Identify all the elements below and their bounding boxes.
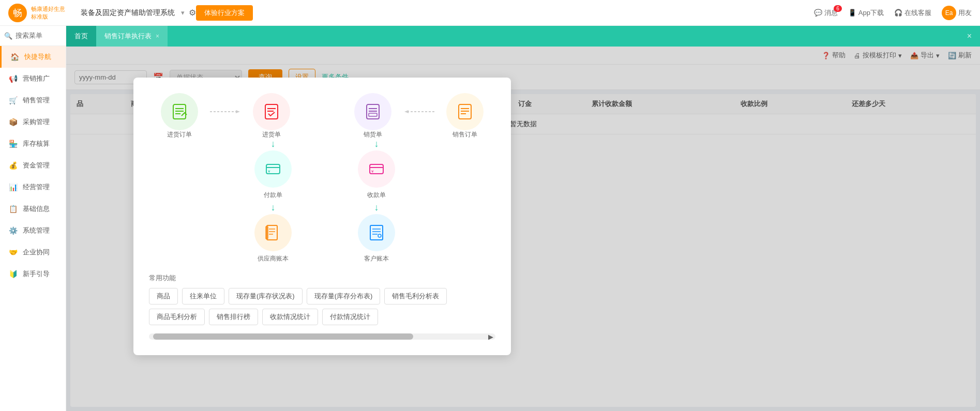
purchase-order-col: 进货订单 bbox=[149, 93, 210, 139]
sidebar-item-purchase[interactable]: 📦采购管理 bbox=[0, 111, 66, 133]
purchase-order-icon[interactable] bbox=[161, 93, 198, 130]
modal-scrollbar[interactable]: ▶ bbox=[149, 333, 495, 340]
basic-info-icon: 📋 bbox=[8, 204, 18, 214]
logo-text: 畅康通好生意 标准版 bbox=[31, 5, 65, 20]
sales-label: 销售管理 bbox=[23, 96, 50, 105]
search-icon: 🔍 bbox=[4, 32, 12, 40]
app-download-label: App下载 bbox=[858, 8, 884, 18]
sales-order-icon[interactable] bbox=[446, 93, 484, 130]
app-download-button[interactable]: 📱 App下载 bbox=[848, 8, 884, 18]
sidebar-item-sales[interactable]: 🛒销售管理 bbox=[0, 89, 66, 111]
svg-marker-14 bbox=[404, 110, 409, 113]
marketing-label: 营销推广 bbox=[23, 74, 50, 83]
func-btn-商品[interactable]: 商品 bbox=[149, 288, 178, 305]
main-area: 🔍 搜索菜单 🏠快捷导航📢营销推广🛒销售管理📦采购管理🏪库存核算💰资金管理📊经营… bbox=[0, 26, 980, 411]
content-main: ❓ 帮助 🖨 按模板打印 ▾ 📤 导出 ▾ 🔄 bbox=[66, 47, 980, 411]
message-button[interactable]: 💬 消息 6 bbox=[814, 8, 838, 18]
inventory-label: 库存核算 bbox=[23, 139, 50, 148]
sales-order-label: 销售订单 bbox=[453, 130, 477, 139]
arrow-2 bbox=[403, 109, 434, 115]
sales-receipt-icon[interactable] bbox=[354, 93, 391, 130]
sidebar-nav: 🏠快捷导航📢营销推广🛒销售管理📦采购管理🏪库存核算💰资金管理📊经营管理📋基础信息… bbox=[0, 46, 66, 285]
scroll-right-btn[interactable]: ▶ bbox=[488, 333, 493, 340]
user-avatar: Ea bbox=[942, 6, 956, 20]
tab-sales-label: 销售订单执行表 bbox=[104, 32, 152, 41]
inventory-icon: 🏪 bbox=[8, 139, 18, 148]
close-all-tabs[interactable]: × bbox=[959, 32, 980, 41]
quick-nav-icon: 🏠 bbox=[10, 52, 19, 62]
newbie-icon: 🔰 bbox=[8, 269, 18, 279]
func-btn-付款情况统计[interactable]: 付款情况统计 bbox=[322, 309, 378, 325]
svg-text:¥: ¥ bbox=[267, 169, 270, 174]
purchase-label: 采购管理 bbox=[23, 117, 50, 127]
down-arrow-payment: ↓ bbox=[271, 203, 276, 212]
sidebar: 🔍 搜索菜单 🏠快捷导航📢营销推广🛒销售管理📦采购管理🏪库存核算💰资金管理📊经营… bbox=[0, 26, 66, 411]
system-title: 装备及固定资产辅助管理系统 bbox=[81, 8, 175, 18]
sidebar-item-enterprise[interactable]: 🤝企业协同 bbox=[0, 241, 66, 263]
modal-overlay[interactable]: 进货订单 bbox=[66, 47, 980, 411]
func-buttons: 商品往来单位现存量(库存状况表)现存量(库存分布表)销售毛利分析表商品毛利分析销… bbox=[149, 288, 495, 325]
purchase-order-label: 进货订单 bbox=[167, 130, 192, 139]
tab-sales-exec[interactable]: 销售订单执行表 × bbox=[96, 26, 168, 47]
svg-marker-5 bbox=[236, 110, 240, 113]
common-funcs-title: 常用功能 bbox=[149, 273, 495, 283]
content-area: 首页 销售订单执行表 × × ❓ 帮助 🖨 bbox=[66, 26, 980, 411]
func-btn-现存量(库存状况表)[interactable]: 现存量(库存状况表) bbox=[229, 288, 303, 305]
system-icon: ⚙️ bbox=[8, 226, 18, 235]
quick-nav-label: 快捷导航 bbox=[24, 52, 51, 62]
down-arrow-receipt: ↓ bbox=[374, 203, 379, 212]
payment-icon[interactable]: ¥ bbox=[254, 150, 292, 188]
tab-close-icon[interactable]: × bbox=[156, 33, 159, 40]
settings-icon[interactable]: ⚙ bbox=[189, 8, 196, 18]
user-menu[interactable]: Ea 用友 bbox=[942, 6, 972, 20]
top-right-actions: 💬 消息 6 📱 App下载 🎧 在线客服 Ea 用友 bbox=[814, 6, 972, 20]
supplier-ledger-icon[interactable] bbox=[254, 214, 292, 251]
finance-label: 资金管理 bbox=[23, 161, 50, 170]
dropdown-icon[interactable]: ▾ bbox=[181, 9, 185, 17]
enterprise-label: 企业协同 bbox=[23, 248, 50, 257]
sidebar-item-marketing[interactable]: 📢营销推广 bbox=[0, 68, 66, 89]
logo-icon: 畅 bbox=[8, 4, 27, 22]
sales-receipt-col: 销货单 bbox=[342, 93, 403, 139]
newbie-label: 新手引导 bbox=[23, 269, 50, 279]
sidebar-item-operations[interactable]: 📊经营管理 bbox=[0, 176, 66, 198]
func-btn-销售排行榜[interactable]: 销售排行榜 bbox=[209, 309, 258, 325]
online-service-button[interactable]: 🎧 在线客服 bbox=[894, 8, 931, 18]
customer-ledger-label: 客户账本 bbox=[364, 254, 389, 263]
svg-rect-12 bbox=[369, 113, 377, 116]
user-label: 用友 bbox=[958, 8, 972, 18]
sidebar-item-finance[interactable]: 💰资金管理 bbox=[0, 155, 66, 176]
receipt-icon[interactable]: ¥ bbox=[358, 150, 395, 188]
sidebar-item-inventory[interactable]: 🏪库存核算 bbox=[0, 133, 66, 155]
operations-label: 经营管理 bbox=[23, 182, 50, 192]
sidebar-item-newbie[interactable]: 🔰新手引导 bbox=[0, 263, 66, 285]
system-label: 系统管理 bbox=[23, 226, 50, 235]
purchase-receipt-icon[interactable] bbox=[253, 93, 290, 130]
operations-icon: 📊 bbox=[8, 182, 18, 192]
enterprise-icon: 🤝 bbox=[8, 248, 18, 257]
tab-home[interactable]: 首页 bbox=[66, 26, 96, 47]
experience-button[interactable]: 体验行业方案 bbox=[196, 5, 253, 21]
down-arrow-2: ↓ bbox=[271, 139, 276, 148]
sidebar-item-basic-info[interactable]: 📋基础信息 bbox=[0, 198, 66, 220]
sidebar-item-system[interactable]: ⚙️系统管理 bbox=[0, 220, 66, 241]
customer-ledger-icon[interactable] bbox=[358, 214, 395, 251]
online-service-label: 在线客服 bbox=[904, 8, 931, 18]
search-label: 搜索菜单 bbox=[16, 31, 42, 40]
modal-box: 进货订单 bbox=[133, 78, 511, 355]
download-icon: 📱 bbox=[848, 9, 856, 17]
sales-receipt-label: 销货单 bbox=[364, 130, 382, 139]
sidebar-item-quick-nav[interactable]: 🏠快捷导航 bbox=[0, 46, 66, 68]
finance-icon: 💰 bbox=[8, 161, 18, 170]
col2-down: ↓ ¥ 付款单 ↓ bbox=[242, 139, 304, 263]
func-btn-往来单位[interactable]: 往来单位 bbox=[182, 288, 224, 305]
func-btn-销售毛利分析表[interactable]: 销售毛利分析表 bbox=[384, 288, 447, 305]
purchase-icon: 📦 bbox=[8, 117, 18, 127]
func-btn-收款情况统计[interactable]: 收款情况统计 bbox=[262, 309, 318, 325]
search-menu[interactable]: 🔍 搜索菜单 bbox=[0, 26, 66, 46]
app-wrapper: 畅 畅康通好生意 标准版 装备及固定资产辅助管理系统 ▾ ⚙ 体验行业方案 💬 … bbox=[0, 0, 980, 411]
func-btn-现存量(库存分布表)[interactable]: 现存量(库存分布表) bbox=[307, 288, 381, 305]
down-arrow-3: ↓ bbox=[374, 139, 379, 148]
func-btn-商品毛利分析[interactable]: 商品毛利分析 bbox=[149, 309, 205, 325]
message-icon: 💬 bbox=[814, 9, 822, 17]
